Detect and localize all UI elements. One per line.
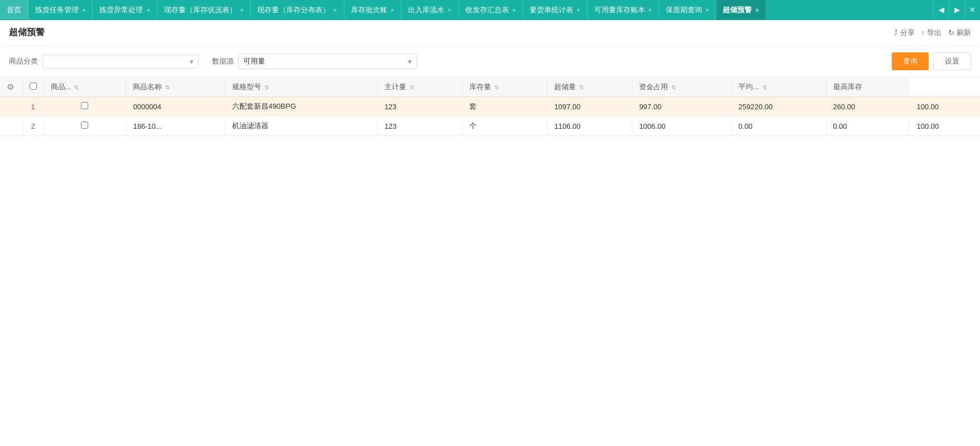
row1-checkbox[interactable] bbox=[81, 102, 88, 109]
datasource-chevron-icon: ▾ bbox=[408, 57, 412, 66]
row2-checkbox[interactable] bbox=[81, 122, 88, 129]
col-unit[interactable]: 主计量 ⇅ bbox=[377, 77, 462, 97]
sort-stock-icon: ⇅ bbox=[494, 84, 499, 90]
table-row: 2 186-10... 机油滤清器 123 个 1106.00 1006.00 … bbox=[0, 117, 980, 136]
col-product-name[interactable]: 商品名称 ⇅ bbox=[126, 77, 225, 97]
row1-settings-cell bbox=[0, 97, 22, 117]
row2-product-code: 186-10... bbox=[126, 117, 225, 136]
col-max-stock[interactable]: 最高库存 bbox=[826, 77, 910, 97]
row1-avg: 260.00 bbox=[826, 97, 910, 117]
row2-overstock: 1006.00 bbox=[632, 117, 732, 136]
col-stock[interactable]: 库存量 ⇅ bbox=[463, 77, 547, 97]
settings-button[interactable]: 设置 bbox=[933, 52, 971, 70]
row2-avg: 0.00 bbox=[826, 117, 910, 136]
nav-prev-arrow[interactable]: ◀ bbox=[933, 0, 949, 20]
close-pick-exception[interactable]: × bbox=[146, 7, 150, 13]
datasource-select[interactable]: 可用量 ▾ bbox=[238, 54, 417, 69]
row1-num: 1 bbox=[22, 97, 44, 117]
col-capital[interactable]: 资金占用 ⇅ bbox=[632, 77, 732, 97]
close-order-stats[interactable]: × bbox=[577, 7, 580, 13]
close-stock-status[interactable]: × bbox=[240, 7, 243, 13]
row2-spec: 123 bbox=[377, 117, 462, 136]
select-all-checkbox[interactable] bbox=[30, 83, 37, 90]
sort-unit-icon: ⇅ bbox=[410, 84, 414, 90]
nav-home[interactable]: 首页 bbox=[0, 0, 28, 20]
row1-max-stock: 100.00 bbox=[910, 97, 980, 117]
close-stock-dist[interactable]: × bbox=[333, 7, 337, 13]
category-filter-group: 商品分类 ▾ bbox=[9, 55, 199, 69]
col-avg[interactable]: 平均... ⇅ bbox=[732, 77, 826, 97]
nav-arrow-group: ◀ ▶ ✕ bbox=[933, 0, 980, 20]
close-quality-check[interactable]: × bbox=[705, 7, 709, 13]
top-navigation: 首页 拣货任务管理 × 拣货异常处理 × 现存量（库存状况表） × 现存量（库存… bbox=[0, 0, 980, 20]
close-receive-send[interactable]: × bbox=[512, 7, 516, 13]
nav-order-stats[interactable]: 要货单统计表 × bbox=[523, 0, 587, 20]
filter-area: 商品分类 ▾ 数据源 可用量 ▾ 查询 设置 bbox=[0, 46, 980, 77]
refresh-button[interactable]: ↻ 刷新 bbox=[948, 28, 971, 38]
nav-close-all[interactable]: ✕ bbox=[964, 0, 980, 20]
nav-pick-task[interactable]: 拣货任务管理 × bbox=[28, 0, 93, 20]
col-overstock[interactable]: 超储量 ⇅ bbox=[547, 77, 632, 97]
nav-inout-flow[interactable]: 出入库流水 × bbox=[401, 0, 458, 20]
col-spec[interactable]: 规格型号 ⇅ bbox=[225, 77, 378, 97]
share-button[interactable]: ⤴ 分享 bbox=[894, 28, 915, 38]
datasource-select-value: 可用量 bbox=[243, 56, 265, 66]
page-header: 超储预警 ⤴ 分享 ↑ 导出 ↻ 刷新 bbox=[0, 20, 980, 46]
refresh-icon: ↻ bbox=[948, 28, 954, 37]
row2-product-name: 机油滤清器 bbox=[225, 117, 378, 136]
category-label: 商品分类 bbox=[9, 56, 38, 66]
row2-max-stock: 100.00 bbox=[910, 117, 980, 136]
nav-next-arrow[interactable]: ▶ bbox=[949, 0, 964, 20]
row1-capital: 259220.00 bbox=[732, 97, 826, 117]
row2-num: 2 bbox=[22, 117, 44, 136]
datasource-filter-group: 数据源 可用量 ▾ bbox=[212, 54, 417, 69]
row2-capital: 0.00 bbox=[732, 117, 826, 136]
row1-checkbox-cell bbox=[44, 97, 126, 117]
row1-unit: 套 bbox=[463, 97, 547, 117]
filter-actions: 查询 设置 bbox=[892, 52, 971, 70]
row1-spec: 123 bbox=[377, 97, 462, 117]
overstock-table: ⚙ 商品... ⇅ 商品名称 ⇅ 规格型号 ⇅ bbox=[0, 77, 980, 136]
col-product-code[interactable]: 商品... ⇅ bbox=[44, 77, 126, 97]
header-actions: ⤴ 分享 ↑ 导出 ↻ 刷新 bbox=[894, 28, 972, 38]
table-row: 1 0000004 六配套新昌490BPG 123 套 1097.00 997.… bbox=[0, 97, 980, 117]
nav-overstock-warning[interactable]: 超储预警 × bbox=[716, 0, 766, 20]
export-button[interactable]: ↑ 导出 bbox=[921, 28, 942, 38]
table-header-row: ⚙ 商品... ⇅ 商品名称 ⇅ 规格型号 ⇅ bbox=[0, 77, 980, 97]
nav-stock-status[interactable]: 现存量（库存状况表） × bbox=[157, 0, 251, 20]
row2-stock: 1106.00 bbox=[547, 117, 632, 136]
nav-batch-account[interactable]: 库存批次账 × bbox=[344, 0, 401, 20]
nav-stock-dist[interactable]: 现存量（库存分布表） × bbox=[251, 0, 344, 20]
nav-pick-exception[interactable]: 拣货异常处理 × bbox=[93, 0, 157, 20]
sort-capital-icon: ⇅ bbox=[671, 84, 676, 90]
page-content: 超储预警 ⤴ 分享 ↑ 导出 ↻ 刷新 商品分类 ▾ 数据源 bbox=[0, 20, 980, 446]
row2-settings-cell bbox=[0, 117, 22, 136]
row2-unit: 个 bbox=[463, 117, 547, 136]
close-available-stock[interactable]: × bbox=[648, 7, 652, 13]
nav-quality-check[interactable]: 保质期查询 × bbox=[659, 0, 716, 20]
close-pick-task[interactable]: × bbox=[82, 7, 85, 13]
row2-checkbox-cell bbox=[44, 117, 126, 136]
sort-product-name-icon: ⇅ bbox=[165, 84, 170, 90]
sort-overstock-icon: ⇅ bbox=[579, 84, 584, 90]
row1-product-name: 六配套新昌490BPG bbox=[225, 97, 378, 117]
query-button[interactable]: 查询 bbox=[892, 52, 929, 70]
datasource-label: 数据源 bbox=[212, 56, 234, 66]
close-batch-account[interactable]: × bbox=[391, 7, 394, 13]
sort-avg-icon: ⇅ bbox=[762, 84, 767, 90]
row1-overstock: 997.00 bbox=[632, 97, 732, 117]
row1-product-code: 0000004 bbox=[126, 97, 225, 117]
table-settings-icon[interactable]: ⚙ bbox=[7, 82, 14, 91]
share-icon: ⤴ bbox=[894, 28, 898, 37]
nav-available-stock[interactable]: 可用量库存账本 × bbox=[588, 0, 659, 20]
category-select[interactable]: ▾ bbox=[42, 55, 199, 69]
close-inout-flow[interactable]: × bbox=[448, 7, 451, 13]
sort-product-code-icon: ⇅ bbox=[74, 84, 79, 90]
export-icon: ↑ bbox=[921, 28, 925, 37]
col-checkbox bbox=[22, 77, 44, 97]
table-container: ⚙ 商品... ⇅ 商品名称 ⇅ 规格型号 ⇅ bbox=[0, 77, 980, 136]
close-overstock-warning[interactable]: × bbox=[755, 7, 758, 13]
page-title: 超储预警 bbox=[9, 27, 45, 38]
category-chevron-icon: ▾ bbox=[190, 57, 194, 66]
nav-receive-send[interactable]: 收发存汇总表 × bbox=[459, 0, 523, 20]
